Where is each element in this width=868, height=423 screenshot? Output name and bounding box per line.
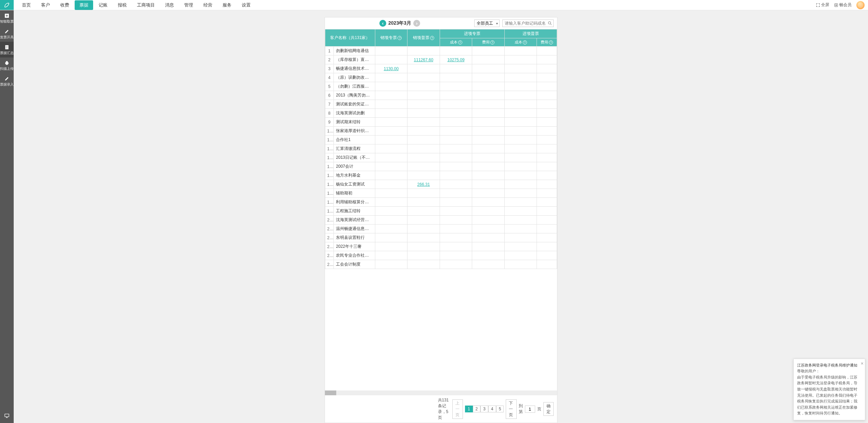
customer-name[interactable]: 2022年十三奢: [334, 242, 375, 251]
topnav-item[interactable]: 管理: [179, 0, 198, 10]
table-row[interactable]: 15地方水利基金: [325, 171, 557, 180]
customer-name[interactable]: （原）误删勿改李艳芬测试账...: [334, 73, 375, 82]
page-number[interactable]: 5: [496, 406, 504, 412]
customer-name[interactable]: 工会会计制度: [334, 260, 375, 269]
table-row[interactable]: 24农民专业合作社会计制度: [325, 251, 557, 260]
help-icon[interactable]: ?: [490, 40, 494, 44]
customer-name[interactable]: 沈海英测试经营勿删: [334, 216, 375, 225]
employee-select[interactable]: 全部员工: [474, 20, 500, 27]
table-row[interactable]: 21温州畅捷通信息服务有限...: [325, 225, 557, 233]
customer-name[interactable]: 畅捷通信息技术股份有限公...: [334, 64, 375, 73]
sidebar-item[interactable]: 扫描上传: [0, 57, 14, 73]
cell-sales-general[interactable]: 111267.60: [407, 55, 440, 64]
table-row[interactable]: 4（原）误删勿改李艳芬测试账...: [325, 73, 557, 82]
customer-name[interactable]: 工程施工结转: [334, 207, 375, 216]
help-icon[interactable]: ?: [523, 40, 527, 44]
pager-goto-input[interactable]: [525, 406, 535, 413]
topnav-item[interactable]: 票据: [75, 0, 93, 10]
table-row[interactable]: 8沈海英测试勿删: [325, 109, 557, 118]
customer-name[interactable]: 利用辅助核算分析每种商...: [334, 198, 375, 207]
member-button[interactable]: 畅会员: [834, 2, 852, 8]
date-prev-button[interactable]: ‹: [379, 20, 386, 27]
customer-name[interactable]: （勿删）江西服宝-LSS: [334, 82, 375, 91]
table-row[interactable]: 19工程施工结转: [325, 207, 557, 216]
topnav-item[interactable]: 记账: [94, 0, 112, 10]
avatar[interactable]: [856, 1, 865, 9]
pager-prev-button[interactable]: 上一页: [452, 399, 463, 419]
customer-name[interactable]: 合作社1: [334, 136, 375, 144]
table-row[interactable]: 9测试期末结转: [325, 118, 557, 127]
topnav-item[interactable]: 报税: [113, 0, 131, 10]
table-row[interactable]: 12汇算清缴流程: [325, 144, 557, 153]
table-row[interactable]: 11合作社1: [325, 136, 557, 144]
date-next-button[interactable]: ›: [413, 20, 420, 27]
table-row[interactable]: 7测试账套的凭证打印的时候...: [325, 100, 557, 109]
logo[interactable]: [0, 0, 14, 10]
customer-name[interactable]: 杨仙女工资测试: [334, 180, 375, 189]
fullscreen-button[interactable]: 全屏: [816, 2, 829, 8]
table-row[interactable]: 17辅助期初: [325, 189, 557, 198]
table-row[interactable]: 22东明县设置鞋行: [325, 233, 557, 242]
customer-name[interactable]: 测试期末结转: [334, 118, 375, 127]
customer-name[interactable]: 农民专业合作社会计制度: [334, 251, 375, 260]
sidebar-item[interactable]: 票据汇总: [0, 42, 14, 57]
customer-name[interactable]: 2013日记账（不要删除哈...: [334, 153, 375, 162]
topnav-item[interactable]: 工商项目: [132, 0, 160, 10]
sidebar-item[interactable]: 发票开具: [0, 26, 14, 42]
help-icon[interactable]: ?: [430, 36, 434, 40]
table-row[interactable]: 20沈海英测试经营勿删: [325, 216, 557, 225]
pager-confirm-button[interactable]: 确定: [543, 402, 554, 416]
cell-purchase-general-cost: [504, 162, 537, 171]
table-row[interactable]: 18利用辅助核算分析每种商...: [325, 198, 557, 207]
table-row[interactable]: 1勿删新锐网络通信: [325, 47, 557, 55]
topnav-item[interactable]: 首页: [17, 0, 36, 10]
customer-name[interactable]: 地方水利基金: [334, 171, 375, 180]
sidebar-bottom-icon[interactable]: [0, 410, 14, 423]
topnav-item[interactable]: 收费: [55, 0, 74, 10]
table-row[interactable]: 2（库存核算）直播畅捷通信...111267.6010275.09: [325, 55, 557, 64]
table-row[interactable]: 10张家港厚道针织品有限公...: [325, 127, 557, 136]
cell-purchase-special-cost[interactable]: 10275.09: [440, 55, 472, 64]
customer-name[interactable]: 测试账套的凭证打印的时候...: [334, 100, 375, 109]
topnav-item[interactable]: 消息: [160, 0, 179, 10]
search-input[interactable]: [502, 20, 554, 27]
help-icon[interactable]: ?: [549, 40, 553, 44]
table-row[interactable]: 62013（陶美芳勿删）: [325, 91, 557, 100]
cell-sales-general[interactable]: 266.31: [407, 180, 440, 189]
page-number[interactable]: 1: [465, 406, 473, 412]
customer-name[interactable]: 2007会计: [334, 162, 375, 171]
customer-name[interactable]: （库存核算）直播畅捷通信...: [334, 55, 375, 64]
customer-name[interactable]: 2013（陶美芳勿删）: [334, 91, 375, 100]
sidebar-item[interactable]: 票据录入: [0, 73, 14, 89]
table-row[interactable]: 132013日记账（不要删除哈...: [325, 153, 557, 162]
horizontal-scrollbar[interactable]: [325, 390, 557, 395]
customer-name[interactable]: 辅助期初: [334, 189, 375, 198]
customer-name[interactable]: 勿删新锐网络通信: [334, 47, 375, 55]
table-row[interactable]: 16杨仙女工资测试266.31: [325, 180, 557, 189]
pager-next-button[interactable]: 下一页: [506, 399, 516, 419]
table-row[interactable]: 232022年十三奢: [325, 242, 557, 251]
topnav-item[interactable]: 服务: [218, 0, 236, 10]
page-number[interactable]: 4: [488, 406, 496, 412]
cell-purchase-general-expense: [537, 127, 557, 136]
topnav-item[interactable]: 设置: [237, 0, 255, 10]
table-row[interactable]: 5（勿删）江西服宝-LSS: [325, 82, 557, 91]
help-icon[interactable]: ?: [458, 40, 462, 44]
table-row[interactable]: 25工会会计制度: [325, 260, 557, 269]
table-row[interactable]: 142007会计: [325, 162, 557, 171]
customer-name[interactable]: 温州畅捷通信息服务有限...: [334, 225, 375, 233]
table-row[interactable]: 3畅捷通信息技术股份有限公...1130.00: [325, 64, 557, 73]
sidebar-item[interactable]: 智能取票: [0, 10, 14, 26]
close-icon[interactable]: ×: [861, 360, 864, 367]
customer-name[interactable]: 张家港厚道针织品有限公...: [334, 127, 375, 136]
page-number[interactable]: 3: [480, 406, 488, 412]
help-icon[interactable]: ?: [398, 36, 402, 40]
topnav-item[interactable]: 客户: [36, 0, 55, 10]
search-icon[interactable]: [548, 21, 552, 26]
cell-sales-special[interactable]: 1130.00: [375, 64, 407, 73]
customer-name[interactable]: 东明县设置鞋行: [334, 233, 375, 242]
page-number[interactable]: 2: [473, 406, 481, 412]
topnav-item[interactable]: 经营: [199, 0, 217, 10]
customer-name[interactable]: 汇算清缴流程: [334, 144, 375, 153]
customer-name[interactable]: 沈海英测试勿删: [334, 109, 375, 118]
